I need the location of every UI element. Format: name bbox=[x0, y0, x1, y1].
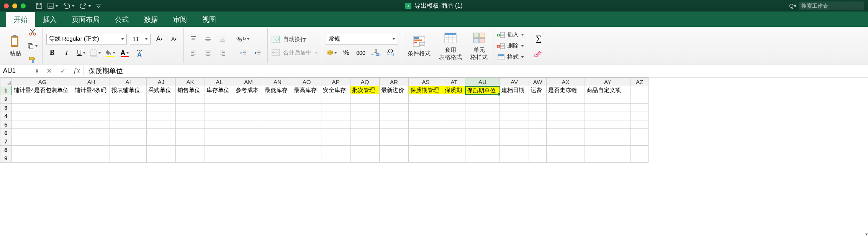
autosave-icon[interactable] bbox=[36, 2, 43, 9]
cell[interactable] bbox=[529, 137, 547, 145]
cell[interactable] bbox=[443, 128, 465, 137]
font-name-select[interactable]: 等线 Regular (正文) bbox=[46, 34, 127, 44]
row-header[interactable]: 6 bbox=[0, 128, 12, 137]
cell[interactable] bbox=[321, 128, 350, 137]
cell[interactable]: 保质期单位 bbox=[465, 86, 500, 95]
cell[interactable] bbox=[585, 137, 631, 145]
cell[interactable] bbox=[409, 112, 443, 120]
column-header[interactable]: AH bbox=[73, 78, 110, 86]
increase-indent-button[interactable] bbox=[252, 48, 264, 58]
cell[interactable]: 安全库存 bbox=[321, 86, 350, 95]
copy-button[interactable] bbox=[27, 41, 38, 51]
cell[interactable] bbox=[380, 120, 409, 128]
cell[interactable] bbox=[263, 128, 292, 137]
tab-home[interactable]: 开始 bbox=[6, 12, 35, 27]
cell[interactable] bbox=[110, 95, 147, 103]
cell[interactable] bbox=[500, 137, 529, 145]
cell[interactable]: 是否走冻链 bbox=[547, 86, 585, 95]
cell[interactable] bbox=[529, 103, 547, 112]
accounting-format-button[interactable] bbox=[326, 48, 337, 58]
cell[interactable] bbox=[409, 120, 443, 128]
cell[interactable] bbox=[380, 128, 409, 137]
cell[interactable] bbox=[205, 145, 234, 154]
cell[interactable] bbox=[409, 137, 443, 145]
cell[interactable] bbox=[147, 137, 176, 145]
clear-button[interactable] bbox=[532, 48, 545, 59]
cell[interactable] bbox=[147, 112, 176, 120]
column-header[interactable]: AX bbox=[547, 78, 585, 86]
cell[interactable] bbox=[547, 120, 585, 128]
maximize-window-button[interactable] bbox=[21, 3, 26, 8]
cell[interactable] bbox=[547, 103, 585, 112]
cell[interactable] bbox=[443, 103, 465, 112]
cell[interactable] bbox=[409, 128, 443, 137]
cell[interactable] bbox=[73, 112, 110, 120]
cell[interactable] bbox=[321, 112, 350, 120]
increase-font-button[interactable]: A▴ bbox=[154, 34, 165, 44]
cell[interactable] bbox=[205, 112, 234, 120]
cell[interactable] bbox=[234, 145, 263, 154]
column-header[interactable]: AS bbox=[409, 78, 443, 86]
cell[interactable] bbox=[234, 103, 263, 112]
cell[interactable] bbox=[547, 128, 585, 137]
cell[interactable]: 最高库存 bbox=[292, 86, 321, 95]
column-header[interactable]: AI bbox=[110, 78, 147, 86]
column-header[interactable]: AW bbox=[529, 78, 547, 86]
font-color-button[interactable]: A bbox=[119, 48, 131, 58]
cell[interactable] bbox=[500, 120, 529, 128]
column-header[interactable]: AO bbox=[292, 78, 321, 86]
increase-decimal-button[interactable]: .0→.00 bbox=[370, 48, 381, 58]
cell[interactable] bbox=[631, 112, 649, 120]
cell[interactable] bbox=[292, 128, 321, 137]
formula-input[interactable]: 保质期单位 bbox=[84, 66, 868, 76]
undo-button[interactable] bbox=[63, 3, 75, 9]
cancel-formula-button[interactable]: ✕ bbox=[42, 67, 56, 75]
cell[interactable] bbox=[147, 103, 176, 112]
delete-cells-button[interactable]: 删除 bbox=[497, 42, 524, 49]
cell[interactable] bbox=[176, 137, 205, 145]
cell[interactable] bbox=[292, 137, 321, 145]
cell[interactable] bbox=[350, 154, 380, 162]
bold-button[interactable]: B bbox=[46, 48, 58, 58]
format-painter-button[interactable] bbox=[27, 54, 38, 65]
orientation-button[interactable]: ab↻ bbox=[237, 34, 249, 44]
cell[interactable] bbox=[205, 95, 234, 103]
enter-formula-button[interactable]: ✓ bbox=[56, 67, 70, 75]
cell[interactable] bbox=[292, 95, 321, 103]
cell[interactable] bbox=[443, 120, 465, 128]
tab-data[interactable]: 数据 bbox=[136, 12, 165, 27]
column-header[interactable]: AT bbox=[443, 78, 465, 86]
select-all-corner[interactable] bbox=[0, 78, 12, 86]
cell[interactable] bbox=[205, 128, 234, 137]
cell[interactable] bbox=[529, 95, 547, 103]
cell[interactable] bbox=[234, 95, 263, 103]
cell[interactable] bbox=[631, 128, 649, 137]
decrease-font-button[interactable]: A▾ bbox=[168, 34, 180, 44]
cell[interactable] bbox=[631, 95, 649, 103]
cell[interactable] bbox=[380, 154, 409, 162]
column-header[interactable]: AG bbox=[12, 78, 73, 86]
save-icon[interactable] bbox=[47, 2, 58, 9]
row-header[interactable]: 4 bbox=[0, 112, 12, 120]
cell[interactable] bbox=[176, 128, 205, 137]
cell[interactable] bbox=[147, 95, 176, 103]
insert-cells-button[interactable]: 插入 bbox=[497, 31, 524, 38]
cell[interactable]: 最低库存 bbox=[263, 86, 292, 95]
cell[interactable] bbox=[547, 137, 585, 145]
cell[interactable] bbox=[263, 154, 292, 162]
cell[interactable] bbox=[234, 137, 263, 145]
cell[interactable] bbox=[321, 95, 350, 103]
align-bottom-button[interactable] bbox=[217, 34, 228, 44]
cell[interactable] bbox=[73, 103, 110, 112]
cell[interactable] bbox=[585, 103, 631, 112]
cell[interactable] bbox=[631, 154, 649, 162]
row-header[interactable]: 9 bbox=[0, 154, 12, 162]
cell-styles-button[interactable]: 单元 格样式 bbox=[469, 30, 489, 62]
cell[interactable] bbox=[547, 145, 585, 154]
column-header[interactable]: AY bbox=[585, 78, 631, 86]
cell[interactable] bbox=[380, 137, 409, 145]
cell[interactable] bbox=[631, 120, 649, 128]
cell[interactable] bbox=[73, 120, 110, 128]
cell[interactable] bbox=[73, 154, 110, 162]
cell[interactable] bbox=[350, 103, 380, 112]
